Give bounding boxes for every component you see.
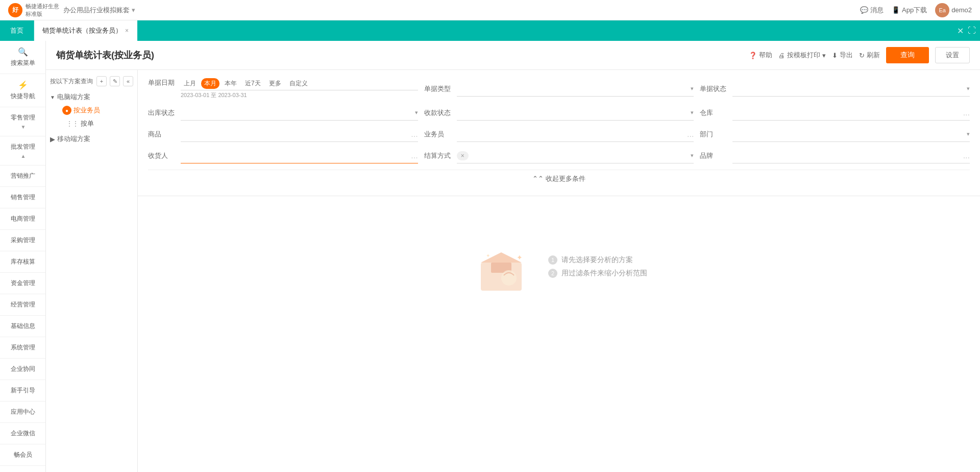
mobile-group-header[interactable]: ▶ 移动端方案 — [50, 132, 133, 146]
page-title: 销货单统计表(按业务员) — [56, 49, 154, 61]
warehouse-dots-button[interactable]: ... — [961, 108, 970, 117]
goods-dots-button[interactable]: ... — [409, 130, 418, 139]
desktop-group-header[interactable]: ▼ 电脑端方案 — [50, 90, 133, 104]
print-icon: 🖨 — [778, 52, 785, 59]
collapse-up-icon: ⌃⌃ — [532, 175, 546, 182]
date-current-year-button[interactable]: 本年 — [222, 78, 240, 89]
help-icon: ❓ — [749, 52, 757, 59]
sidebar-item-member[interactable]: 畅会员 — [0, 444, 45, 466]
edit-scheme-button[interactable]: ✎ — [110, 76, 120, 86]
settlement-control: × ▾ — [457, 148, 694, 163]
settlement-chevron-icon: ▾ — [691, 152, 694, 159]
sidebar-item-wholesale[interactable]: 批发管理 ▲ — [0, 136, 45, 166]
sidebar-item-operations[interactable]: 经营管理 — [0, 294, 45, 316]
date-current-month-button[interactable]: 本月 — [201, 78, 219, 89]
template-print-button[interactable]: 🖨 按模板打印 ▾ — [778, 48, 826, 63]
sidebar-item-purchase[interactable]: 采购管理 — [0, 230, 45, 251]
retail-arrow-icon: ▼ — [21, 124, 26, 130]
date-range-text: 2023-03-01 至 2023-03-31 — [181, 91, 418, 99]
sidebar-item-ecommerce[interactable]: 电商管理 — [0, 208, 45, 230]
group-expand-icon: ▼ — [50, 95, 55, 100]
empty-step-1: 1 请先选择要分析的方案 — [548, 255, 647, 265]
sidebar-item-sales[interactable]: 销售管理 — [0, 187, 45, 208]
department-chevron-icon: ▾ — [967, 131, 970, 137]
sidebar-item-basicinfo[interactable]: 基础信息 — [0, 316, 45, 337]
tab-close-button[interactable]: × — [125, 27, 129, 34]
logo-text: 畅捷通好生意 标准版 — [26, 3, 59, 17]
tab-home[interactable]: 首页 — [0, 20, 34, 41]
sidebar-item-quicknav[interactable]: ⚡ 快捷导航 — [0, 74, 45, 107]
date-custom-button[interactable]: 自定义 — [286, 78, 311, 89]
date-quick-buttons: 上月 本月 本年 近7天 更多 自定义 — [181, 78, 418, 90]
collect-status-select[interactable]: ▾ — [457, 107, 694, 118]
filter-item-consignee: 收货人 ... — [148, 148, 418, 163]
settings-button[interactable]: 设置 — [935, 47, 970, 63]
sidebar-item-marketing[interactable]: 营销推广 — [0, 166, 45, 187]
filter-item-doctype: 单据类型 ▾ — [424, 78, 694, 99]
out-status-select[interactable]: ▾ — [181, 107, 418, 118]
filter-item-salesman: 业务员 ... — [424, 127, 694, 142]
collapse-filters-button[interactable]: ⌃⌃ 收起更多条件 — [148, 170, 970, 187]
brand-input[interactable] — [732, 150, 961, 161]
salesman-input[interactable] — [457, 128, 685, 140]
sidebar-item-inventory[interactable]: 库存核算 — [0, 251, 45, 273]
brand-dots-button[interactable]: ... — [961, 151, 970, 160]
inner-layout: 按以下方案查询 + ✎ « ▼ 电脑端方案 ● 按业务员 — [46, 70, 980, 472]
user-menu[interactable]: Ea demo2 — [935, 3, 972, 17]
sidebar-item-collab[interactable]: 企业协同 — [0, 359, 45, 380]
logo-area: 好 畅捷通好生意 标准版 — [8, 3, 59, 17]
sidebar-item-appcenter[interactable]: 应用中心 — [0, 402, 45, 423]
help-button[interactable]: ❓ 帮助 — [749, 51, 772, 60]
refresh-button[interactable]: ↻ 刷新 — [859, 51, 880, 60]
sidebar-item-finance[interactable]: 资金管理 — [0, 273, 45, 294]
query-button[interactable]: 查询 — [886, 47, 929, 63]
export-button[interactable]: ⬇ 导出 — [832, 51, 853, 60]
tab-close-window-button[interactable]: ✕ — [957, 26, 964, 36]
export-icon: ⬇ — [832, 52, 838, 59]
add-scheme-button[interactable]: + — [96, 76, 107, 86]
filter-row-1: 单据日期 上月 本月 本年 近7天 更多 自定义 20 — [148, 78, 970, 99]
date-more-button[interactable]: 更多 — [266, 78, 284, 89]
sidebar-item-retail[interactable]: 零售管理 ▼ — [0, 107, 45, 136]
active-scheme-indicator: ● — [62, 106, 71, 115]
app-download-button[interactable]: 📱 App下载 — [892, 6, 927, 15]
date-filter-content: 上月 本月 本年 近7天 更多 自定义 2023-03-01 至 2023-03… — [181, 78, 418, 99]
doc-status-select[interactable]: ▾ — [732, 83, 970, 94]
warehouse-input[interactable] — [732, 107, 961, 119]
consignee-dots-button[interactable]: ... — [409, 151, 418, 160]
tab-active[interactable]: 销货单统计表（按业务员） × — [34, 20, 137, 41]
salesman-dots-button[interactable]: ... — [685, 130, 694, 139]
sidebar-item-system[interactable]: 系统管理 — [0, 337, 45, 359]
logo-icon: 好 — [8, 3, 22, 17]
sidebar-item-newguide[interactable]: 新手引导 — [0, 380, 45, 402]
date-last7days-button[interactable]: 近7天 — [242, 78, 264, 89]
doc-type-select[interactable]: ▾ — [457, 83, 694, 94]
settlement-select[interactable]: × ▾ — [457, 149, 694, 162]
collapse-panel-button[interactable]: « — [123, 76, 133, 86]
filter-item-outstatus: 出库状态 ▾ — [148, 105, 418, 121]
settlement-tag: × — [457, 151, 469, 160]
settlement-tag-remove[interactable]: × — [461, 152, 464, 159]
scheme-item-by-salesman[interactable]: ● 按业务员 — [50, 104, 133, 117]
quicknav-icon: ⚡ — [18, 80, 28, 90]
tab-expand-button[interactable]: ⛶ — [968, 26, 976, 35]
step-number-1: 1 — [548, 255, 557, 265]
header-left: 好 畅捷通好生意 标准版 办公用品行业模拟账套 ▾ — [8, 3, 135, 17]
department-select[interactable]: ▾ — [732, 129, 970, 139]
message-button[interactable]: 💬 消息 — [860, 6, 884, 15]
filter-row-2: 出库状态 ▾ 收款状态 — [148, 105, 970, 121]
date-last-month-button[interactable]: 上月 — [181, 78, 199, 89]
breadcrumb-dropdown[interactable]: ▾ — [132, 6, 135, 14]
filter-row-3: 商品 ... 业务员 ... — [148, 127, 970, 142]
sidebar-item-search[interactable]: 🔍 搜索菜单 — [0, 41, 45, 74]
consignee-input[interactable] — [181, 150, 409, 161]
print-dropdown-icon: ▾ — [822, 52, 826, 59]
sidebar-item-corpwechat[interactable]: 企业微信 — [0, 423, 45, 444]
scheme-item-by-order[interactable]: ⋮⋮ 按单 — [50, 117, 133, 130]
left-panel-header: 按以下方案查询 + ✎ « — [50, 74, 133, 90]
svg-text:✦: ✦ — [486, 253, 490, 258]
doc-status-control: ▾ — [732, 81, 970, 97]
empty-state: ✦ ✦ 1 请先选择要分析的方案 2 用过滤条件来缩小分析范围 — [138, 196, 980, 341]
goods-input[interactable] — [181, 128, 409, 140]
top-header: 好 畅捷通好生意 标准版 办公用品行业模拟账套 ▾ 💬 消息 📱 App下载 E… — [0, 0, 980, 20]
